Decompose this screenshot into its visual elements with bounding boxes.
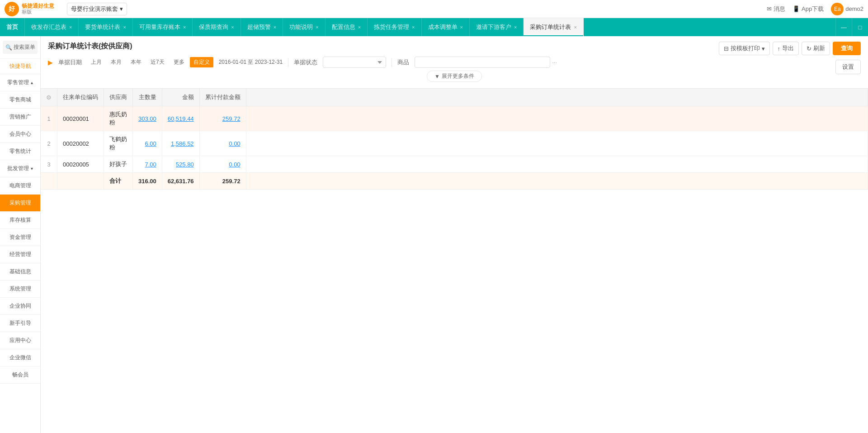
sidebar-item-vip[interactable]: 畅会员 xyxy=(0,366,40,384)
sidebar-item-app-center[interactable]: 应用中心 xyxy=(0,332,40,349)
search-menu-button[interactable]: 🔍 搜索菜单 xyxy=(3,41,38,54)
sidebar: 🔍 搜索菜单 快捷导航 零售管理 ▴ 零售商城 营销推广 会员中心 零售统计 批… xyxy=(0,36,41,433)
tab-goods-stats[interactable]: 要货单统计表 × xyxy=(79,18,132,36)
row-2-extra xyxy=(246,131,868,156)
close-tab-expiry-query[interactable]: × xyxy=(231,24,234,30)
close-tab-invite-downstream[interactable]: × xyxy=(514,24,517,30)
row-3-paid: 0.00 xyxy=(199,156,246,173)
nav-tabs: 首页 收发存汇总表 × 要货单统计表 × 可用量库存账本 × 保质期查询 × 超… xyxy=(0,18,868,36)
row-2-quantity-link[interactable]: 6.00 xyxy=(145,140,156,147)
row-3-supplier: 好孩子 xyxy=(104,156,133,173)
date-btn-more[interactable]: 更多 xyxy=(170,57,188,67)
goods-input-more-icon[interactable]: ··· xyxy=(552,59,557,66)
sidebar-item-enterprise[interactable]: 企业协同 xyxy=(0,298,40,315)
row-2-amount-link[interactable]: 1,586.52 xyxy=(171,140,194,147)
sidebar-item-operation[interactable]: 经营管理 xyxy=(0,246,40,263)
sidebar-item-member[interactable]: 会员中心 xyxy=(0,126,40,143)
col-amount: 金额 xyxy=(162,89,199,106)
row-3-amount-link[interactable]: 525.80 xyxy=(176,161,194,168)
close-tab-goods-stats[interactable]: × xyxy=(123,24,126,30)
row-1-amount: 60,519.44 xyxy=(162,106,199,131)
refresh-button[interactable]: ↻ 刷新 xyxy=(802,42,830,55)
tab-overstock-warning[interactable]: 超储预警 × xyxy=(241,18,283,36)
sidebar-item-stock[interactable]: 库存核算 xyxy=(0,212,40,229)
date-custom-badge[interactable]: 自定义 xyxy=(190,57,213,67)
date-btn-last-month[interactable]: 上月 xyxy=(87,57,105,67)
close-tab-overstock-warning[interactable]: × xyxy=(274,24,276,30)
close-tab-config-info[interactable]: × xyxy=(358,24,361,30)
row-3-code: 00020005 xyxy=(57,156,104,173)
app-download-button[interactable]: 📱 App下载 xyxy=(793,5,824,13)
nav-minimize-button[interactable]: — xyxy=(835,18,852,36)
sidebar-item-retail[interactable]: 零售管理 ▴ xyxy=(0,74,40,91)
row-1-quantity-link[interactable]: 303.00 xyxy=(138,115,156,122)
message-button[interactable]: ✉ 消息 xyxy=(767,5,785,13)
expand-more-button[interactable]: ▼ 展开更多条件 xyxy=(427,71,482,82)
footer-paid: 259.72 xyxy=(199,173,246,190)
goods-input[interactable] xyxy=(415,57,550,68)
sidebar-item-retail-stats[interactable]: 零售统计 xyxy=(0,143,40,160)
tab-invite-downstream[interactable]: 邀请下游客户 × xyxy=(470,18,524,36)
row-3-index: 3 xyxy=(41,156,57,173)
sidebar-item-guide[interactable]: 新手引导 xyxy=(0,315,40,332)
tab-expiry-query[interactable]: 保质期查询 × xyxy=(193,18,241,36)
close-tab-purchase-stats[interactable]: × xyxy=(574,24,576,30)
tab-pick-task[interactable]: 拣货任务管理 × xyxy=(368,18,421,36)
logo-icon: 好 xyxy=(5,2,19,16)
sidebar-item-system[interactable]: 系统管理 xyxy=(0,281,40,298)
filter-expand-arrow[interactable]: ▶ xyxy=(48,59,53,66)
date-btn-this-month[interactable]: 本月 xyxy=(107,57,125,67)
tab-config-info[interactable]: 配置信息 × xyxy=(326,18,368,36)
sidebar-item-purchase[interactable]: 采购管理 xyxy=(0,195,40,212)
sidebar-item-ecommerce[interactable]: 电商管理 xyxy=(0,177,40,195)
footer-label-text: 合计 xyxy=(104,173,133,190)
tab-home[interactable]: 首页 xyxy=(0,18,25,36)
row-2-code: 00020002 xyxy=(57,131,104,156)
close-tab-receive-summary[interactable]: × xyxy=(69,24,72,30)
tab-func-desc[interactable]: 功能说明 × xyxy=(283,18,325,36)
goods-label: 商品 xyxy=(397,58,409,67)
page-header: 采购订单统计表(按供应商) ▶ 单据日期 上月 本月 本年 近7天 更多 自定义… xyxy=(41,36,868,89)
query-button[interactable]: 查询 xyxy=(833,42,861,55)
status-select[interactable] xyxy=(323,57,386,68)
content-inner: 采购订单统计表(按供应商) ▶ 单据日期 上月 本月 本年 近7天 更多 自定义… xyxy=(41,36,868,433)
sidebar-item-wholesale[interactable]: 批发管理 ▾ xyxy=(0,160,40,177)
col-code: 往来单位编码 xyxy=(57,89,104,106)
user-profile[interactable]: Ea demo2 xyxy=(831,3,863,15)
date-btn-7days[interactable]: 近7天 xyxy=(147,57,168,67)
sidebar-item-basic[interactable]: 基础信息 xyxy=(0,263,40,281)
workspace-selector[interactable]: 母婴行业演示账套 ▾ xyxy=(67,3,127,15)
close-tab-func-desc[interactable]: × xyxy=(316,24,318,30)
row-2-quantity: 6.00 xyxy=(133,131,162,156)
sidebar-item-finance[interactable]: 资金管理 xyxy=(0,229,40,246)
footer-extra xyxy=(246,173,868,190)
settings-row: 设置 xyxy=(835,58,861,74)
row-1-amount-link[interactable]: 60,519.44 xyxy=(168,115,194,122)
expand-down-icon: ▼ xyxy=(434,73,440,80)
row-3-quantity-link[interactable]: 7.00 xyxy=(145,161,156,168)
date-btn-this-year[interactable]: 本年 xyxy=(127,57,145,67)
close-tab-cost-adjust[interactable]: × xyxy=(460,24,463,30)
sidebar-item-retail-mall[interactable]: 零售商城 xyxy=(0,91,40,109)
close-tab-available-stock[interactable]: × xyxy=(183,24,186,30)
quick-nav-button[interactable]: 快捷导航 xyxy=(0,59,40,74)
export-button[interactable]: ↑ 导出 xyxy=(773,42,799,55)
settings-button[interactable]: 设置 xyxy=(835,60,861,74)
row-2-paid-link[interactable]: 0.00 xyxy=(229,140,240,147)
tab-purchase-stats[interactable]: 采购订单统计表 × xyxy=(524,18,583,36)
tab-receive-summary[interactable]: 收发存汇总表 × xyxy=(25,18,79,36)
right-actions: ⊟ 按模板打印 ▾ ↑ 导出 ↻ 刷新 查询 xyxy=(719,42,861,74)
column-settings-icon[interactable]: ⚙ xyxy=(46,94,52,101)
logo-text: 畅捷通好生意 标版 xyxy=(22,3,54,15)
nav-maximize-button[interactable]: □ xyxy=(852,18,868,36)
sidebar-item-wechat[interactable]: 企业微信 xyxy=(0,349,40,366)
row-1-paid-link[interactable]: 259.72 xyxy=(222,115,241,122)
template-print-button[interactable]: ⊟ 按模板打印 ▾ xyxy=(719,42,770,55)
row-3-paid-link[interactable]: 0.00 xyxy=(229,161,240,168)
tab-cost-adjust[interactable]: 成本调整单 × xyxy=(422,18,470,36)
sidebar-item-marketing[interactable]: 营销推广 xyxy=(0,109,40,126)
tab-available-stock[interactable]: 可用量库存账本 × xyxy=(133,18,193,36)
close-tab-pick-task[interactable]: × xyxy=(412,24,415,30)
row-1-quantity: 303.00 xyxy=(133,106,162,131)
sidebar-search-area: 🔍 搜索菜单 xyxy=(0,36,40,59)
